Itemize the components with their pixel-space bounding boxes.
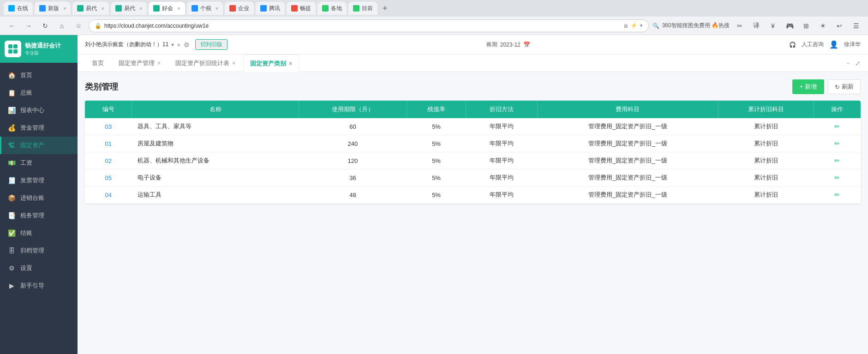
- translate-icon[interactable]: 译: [750, 19, 763, 32]
- sidebar-item-inventory[interactable]: 📦 进销台账: [0, 189, 78, 207]
- edit-button-1[interactable]: ✏: [834, 140, 840, 147]
- settlement-icon: ✅: [7, 229, 16, 237]
- sidebar-label-funds: 资金管理: [20, 124, 44, 132]
- sidebar-item-settings[interactable]: ⚙ 设置: [0, 259, 78, 277]
- cell-months-1: 240: [299, 135, 407, 152]
- new-tab-button[interactable]: +: [379, 3, 390, 14]
- browser-tab-muqian[interactable]: 目前: [348, 2, 377, 15]
- back-button[interactable]: ←: [6, 19, 18, 32]
- add-button[interactable]: + 新增: [792, 79, 824, 94]
- edit-button-4[interactable]: ✏: [834, 191, 840, 198]
- logo-subtitle: 专业版: [25, 50, 61, 56]
- tab-depreciation-stats-label: 固定资产折旧统计表: [175, 59, 229, 67]
- cell-months-4: 48: [299, 186, 407, 204]
- menu-icon[interactable]: ☰: [850, 19, 862, 32]
- dropdown-icon[interactable]: ▾: [171, 42, 174, 48]
- tab-fixed-asset-mgmt[interactable]: 固定资产管理 ×: [112, 54, 168, 72]
- page-body: 类别管理 + 新增 ↻ 刷新 编号 名称 使用期限（月） 残值率: [78, 72, 868, 354]
- cell-code-4[interactable]: 04: [85, 186, 132, 204]
- browser-tab-online[interactable]: 在线: [4, 2, 33, 15]
- sidebar-item-fixed-assets[interactable]: 🏗 固定资产: [0, 137, 78, 154]
- sidebar-item-tax[interactable]: 📑 税务管理: [0, 207, 78, 224]
- period-label: 账期: [486, 41, 497, 48]
- account-info: 刘小艳演示账套（勿删勿动！）11 ▾ + ⚙: [85, 41, 190, 48]
- game-icon[interactable]: 🎮: [783, 19, 796, 32]
- table-row: 05 电子设备 36 5% 年限平均 管理费用_固定资产折旧_一级 累计折旧 ✏: [85, 169, 861, 186]
- browser-tab-tengxun[interactable]: 腾讯: [256, 2, 285, 15]
- url-text: https://cloud.chanjet.com/accounting/uw1…: [104, 23, 620, 29]
- payroll-icon: 💵: [7, 159, 16, 167]
- add-account-icon[interactable]: +: [177, 41, 180, 48]
- brightness-icon[interactable]: ☀: [816, 19, 829, 32]
- table-row: 03 器具、工具、家具等 60 5% 年限平均 管理费用_固定资产折旧_一级 累…: [85, 118, 861, 135]
- grid-icon[interactable]: ⊞: [800, 19, 813, 32]
- user-name: 徐泽华: [844, 41, 861, 48]
- tab-depreciation-stats-close[interactable]: ×: [232, 60, 235, 66]
- tab-asset-category[interactable]: 固定资产类别 ×: [243, 54, 299, 72]
- forward-button[interactable]: →: [22, 19, 35, 32]
- user-avatar-icon: 👤: [829, 40, 838, 49]
- consult-label[interactable]: 人工咨询: [802, 41, 824, 48]
- col-accum: 累计折旧科目: [718, 101, 814, 118]
- browser-tab-new[interactable]: 新版 ×: [35, 2, 71, 15]
- minimize-icon[interactable]: －: [845, 59, 851, 67]
- coin-icon[interactable]: ¥: [766, 19, 779, 32]
- browser-tab-qiye[interactable]: 企业: [225, 2, 254, 15]
- maximize-icon[interactable]: ⤢: [855, 60, 861, 67]
- sidebar-item-invoice[interactable]: 🧾 发票管理: [0, 172, 78, 189]
- cell-months-2: 120: [299, 152, 407, 169]
- sidebar-label-invoice: 发票管理: [20, 176, 44, 185]
- sidebar-item-reports[interactable]: 📊 报表中心: [0, 102, 78, 119]
- undo-icon[interactable]: ↩: [833, 19, 846, 32]
- sidebar-item-ledger[interactable]: 📋 总账: [0, 84, 78, 102]
- browser-tab-changjie[interactable]: 畅提: [287, 2, 316, 15]
- consult-icon: 🎧: [789, 42, 796, 48]
- browser-tab-yidai1[interactable]: 易代 ×: [72, 2, 108, 15]
- tab-home[interactable]: 首页: [85, 54, 111, 72]
- edit-button-0[interactable]: ✏: [834, 123, 840, 130]
- edit-button-2[interactable]: ✏: [834, 157, 840, 164]
- cell-code-2[interactable]: 02: [85, 152, 132, 169]
- browser-tab-bar: 在线 新版 × 易代 × 易代 × 好会 × 个税 × 企业 腾讯 畅提 各地: [0, 0, 868, 17]
- sidebar-item-guide[interactable]: ▶ 新手引导: [0, 277, 78, 294]
- home-button[interactable]: ⌂: [55, 19, 68, 32]
- sidebar-item-payroll[interactable]: 💵 工资: [0, 154, 78, 172]
- cell-code-3[interactable]: 05: [85, 169, 132, 186]
- refresh-button[interactable]: ↻ 刷新: [828, 79, 861, 94]
- sidebar-item-archive[interactable]: 🗄 归档管理: [0, 242, 78, 259]
- refresh-label: 刷新: [842, 83, 854, 91]
- col-method: 折旧方法: [466, 101, 538, 118]
- logo-title: 畅捷通好会计: [25, 42, 61, 50]
- cell-action-3: ✏: [814, 169, 861, 186]
- fixed-assets-icon: 🏗: [7, 141, 16, 150]
- tab-depreciation-stats[interactable]: 固定资产折旧统计表 ×: [168, 54, 242, 72]
- cell-code-0[interactable]: 03: [85, 118, 132, 135]
- edit-button-3[interactable]: ✏: [834, 174, 840, 181]
- cut-icon[interactable]: ✂: [733, 19, 746, 32]
- browser-tab-haohui[interactable]: 好会 ×: [149, 2, 185, 15]
- guide-icon: ▶: [7, 282, 16, 290]
- reports-icon: 📊: [7, 106, 16, 114]
- table-row: 02 机器、机械和其他生产设备 120 5% 年限平均 管理费用_固定资产折旧_…: [85, 152, 861, 169]
- cell-expense-1: 管理费用_固定资产折旧_一级: [538, 135, 718, 152]
- calendar-icon[interactable]: 📅: [523, 42, 530, 48]
- browser-tab-gedi[interactable]: 各地: [317, 2, 347, 15]
- tab-asset-category-close[interactable]: ×: [289, 60, 292, 67]
- address-bar[interactable]: 🔒 https://cloud.chanjet.com/accounting/u…: [89, 19, 649, 32]
- action-buttons: + 新增 ↻ 刷新: [792, 79, 861, 94]
- browser-tab-geshuei[interactable]: 个税 ×: [187, 2, 223, 15]
- col-action: 操作: [814, 101, 861, 118]
- sidebar-item-settlement[interactable]: ✅ 结账: [0, 224, 78, 242]
- old-version-button[interactable]: 切到旧版: [195, 39, 227, 50]
- browser-tab-yidai2[interactable]: 易代 ×: [111, 2, 147, 15]
- cell-code-1[interactable]: 01: [85, 135, 132, 152]
- sidebar-item-funds[interactable]: 💰 资金管理: [0, 119, 78, 137]
- bookmark-button[interactable]: ☆: [72, 19, 85, 32]
- tab-fixed-asset-mgmt-close[interactable]: ×: [157, 60, 161, 66]
- ledger-icon: 📋: [7, 89, 16, 97]
- reload-button[interactable]: ↻: [39, 19, 52, 32]
- settings-gear-icon[interactable]: ⚙: [184, 41, 190, 48]
- cell-action-1: ✏: [814, 135, 861, 152]
- sidebar-item-home[interactable]: 🏠 首页: [0, 66, 78, 84]
- cell-name-0: 器具、工具、家具等: [132, 118, 299, 135]
